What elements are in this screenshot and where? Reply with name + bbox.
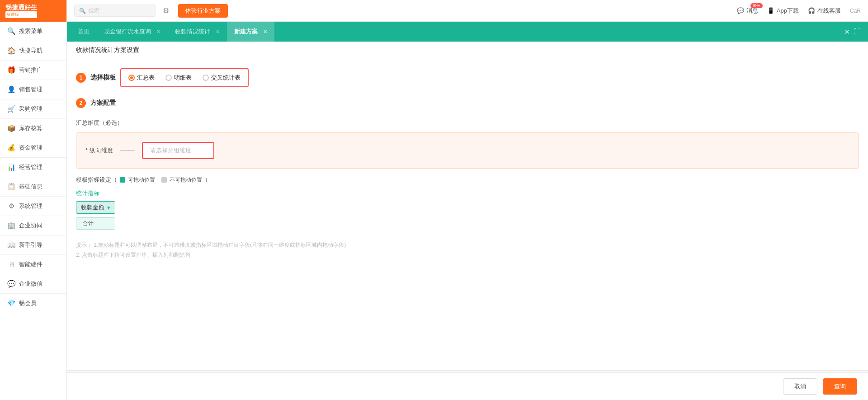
sidebar-item-label: 采购管理 [19,105,42,113]
sidebar-item-label: 畅会员 [19,299,37,307]
sidebar-item-system[interactable]: ⚙ 系统管理 [0,197,66,216]
sidebar-item-label: 经营管理 [19,163,42,171]
sidebar-item-purchase[interactable]: 🛒 采购管理 [0,99,66,119]
sidebar-item-enterprise[interactable]: 🏢 企业协同 [0,216,66,235]
summary-label: 汇总表 [137,74,155,82]
template-summary-option[interactable]: 汇总表 [128,74,155,82]
sidebar-item-label: 新手引导 [19,241,42,249]
sidebar-item-label: 智能硬件 [19,260,42,268]
app-download-button[interactable]: 📱 App下载 [767,7,799,15]
window-expand-icon[interactable]: ⛶ [854,28,861,36]
stats-tag-amount[interactable]: 收款金额 ▾ [76,201,115,214]
tab-collection-stat-close[interactable]: ✕ [216,29,220,35]
app-download-icon: 📱 [767,7,774,14]
sidebar-item-sales[interactable]: 👤 销售管理 [0,80,66,99]
template-detail-option[interactable]: 明细表 [165,74,192,82]
indicator-header-end: ） [205,176,211,184]
tab-bank-flow-close[interactable]: ✕ [156,29,160,35]
indicator-header-row: 模板指标设定（ 可拖动位置 不可拖动位置 ） [76,176,859,184]
dimension-selector[interactable]: 请选择分组维度 [142,142,214,159]
sales-icon: 👤 [7,85,15,94]
tab-collection-stat[interactable]: 收款情况统计 ✕ [168,22,227,42]
tab-new-plan-close[interactable]: ✕ [263,29,267,35]
sidebar-item-label: 系统管理 [19,202,42,210]
finance-icon: 💰 [7,144,15,152]
online-service-label: 在线客服 [817,7,841,15]
stats-tag-group: 收款金额 ▾ 合计 [76,201,115,230]
step2-badge: 2 [76,98,86,108]
cross-label: 交叉统计表 [211,74,241,82]
sidebar-item-label: 企业协同 [19,221,42,230]
tab-home[interactable]: 首页 [71,22,97,42]
step2-header: 2 方案配置 [76,98,859,108]
stats-label: 统计指标 [76,189,859,198]
step2-section: 2 方案配置 汇总维度（必选） * 纵向维度 —— 请选择分组维度 [76,98,859,260]
sidebar-item-finance[interactable]: 💰 资金管理 [0,138,66,158]
sidebar-item-inventory[interactable]: 📦 库存核算 [0,119,66,138]
sidebar-item-member[interactable]: 💎 畅会员 [0,294,66,313]
search-menu-icon: 🔍 [7,27,15,35]
sidebar-badge: 标准版 [5,11,37,18]
sidebar-item-quick-nav[interactable]: 🏠 快捷导航 [0,41,66,61]
tips-section: 提示： 1.拖动标题栏可以调整布局，不可跨维度或指标区域拖动栏目字段(只能在同一… [76,240,859,260]
sidebar-item-label: 库存核算 [19,124,42,132]
tab-new-plan[interactable]: 新建方案 ✕ [227,22,274,42]
message-icon: 💬 [737,7,744,14]
message-badge: 99+ [750,3,763,8]
dimension-arrow: —— [120,146,135,155]
sidebar-logo: 畅捷通好生 标准版 [0,0,66,22]
main-area: 🔍 搜索 ⚙ 体验行业方案 💬 消息 99+ 📱 App下载 🎧 在线客服 Ca… [67,0,868,400]
wechat-icon: 💬 [7,280,15,288]
search-icon: 🔍 [79,8,86,14]
window-close-icon[interactable]: ✕ [844,28,850,36]
topbar: 🔍 搜索 ⚙ 体验行业方案 💬 消息 99+ 📱 App下载 🎧 在线客服 Ca… [67,0,868,22]
action-bar: 取消 查询 [67,372,868,400]
sidebar-item-label: 营销推广 [19,66,42,74]
template-cross-option[interactable]: 交叉统计表 [203,74,241,82]
tab-collection-stat-label: 收款情况统计 [175,28,210,36]
sidebar-item-basic-info[interactable]: 📋 基础信息 [0,177,66,197]
step1-header: 1 选择模板 汇总表 明细表 交叉统计表 [76,68,859,87]
online-service-button[interactable]: 🎧 在线客服 [808,7,841,15]
unmovable-badge-icon [161,177,167,183]
cancel-button[interactable]: 取消 [783,378,817,395]
step2-title: 方案配置 [90,99,116,107]
dimension-row: * 纵向维度 —— 请选择分组维度 [85,142,849,159]
marketing-icon: 🎁 [7,66,15,74]
sidebar-item-label: 快捷导航 [19,47,42,55]
movable-label: 可拖动位置 [128,176,155,184]
stats-subtag-total: 合计 [76,217,115,230]
message-button[interactable]: 💬 消息 99+ [737,7,758,15]
search-placeholder-text: 搜索 [89,7,99,14]
inventory-icon: 📦 [7,124,15,132]
dimension-title: 汇总维度（必选） [76,119,859,127]
sidebar-item-operations[interactable]: 📊 经营管理 [0,158,66,177]
vertical-dimension-label: * 纵向维度 [85,146,113,155]
gear-icon[interactable]: ⚙ [163,6,169,15]
sidebar-item-search-menu[interactable]: 🔍 搜索菜单 [0,22,66,41]
tab-bank-flow[interactable]: 现金银行流水查询 ✕ [97,22,168,42]
sidebar-item-wechat[interactable]: 💬 企业微信 [0,274,66,294]
sidebar-item-label: 资金管理 [19,144,42,152]
sidebar-item-marketing[interactable]: 🎁 营销推广 [0,61,66,80]
sidebar-item-smart-hw[interactable]: 🖥 智能硬件 [0,255,66,274]
query-button[interactable]: 查询 [823,378,857,395]
sidebar-brand-text: 畅捷通好生 [5,4,37,11]
cross-radio[interactable] [203,75,209,81]
step1-title: 选择模板 [90,74,116,82]
sidebar-item-guide[interactable]: 📖 新手引导 [0,235,66,255]
step1-badge: 1 [76,73,86,83]
tabbar: 首页 现金银行流水查询 ✕ 收款情况统计 ✕ 新建方案 ✕ ✕ ⛶ [67,22,868,42]
operations-icon: 📊 [7,163,15,171]
dimension-config: 汇总维度（必选） * 纵向维度 —— 请选择分组维度 模板指标设定（ [76,119,859,260]
step1-section: 1 选择模板 汇总表 明细表 交叉统计表 [76,68,859,87]
topbar-search[interactable]: 🔍 搜索 [74,5,156,17]
content-area: 收款情况统计方案设置 1 选择模板 汇总表 明细表 [67,42,868,372]
summary-radio[interactable] [128,75,135,81]
dimension-area: * 纵向维度 —— 请选择分组维度 [76,132,859,169]
stats-area: 统计指标 收款金额 ▾ 合计 [76,189,859,230]
trial-button[interactable]: 体验行业方案 [178,4,228,18]
tab-home-label: 首页 [78,28,90,36]
detail-radio[interactable] [165,75,172,81]
sidebar: 畅捷通好生 标准版 🔍 搜索菜单 🏠 快捷导航 🎁 营销推广 👤 销售管理 🛒 … [0,0,67,400]
